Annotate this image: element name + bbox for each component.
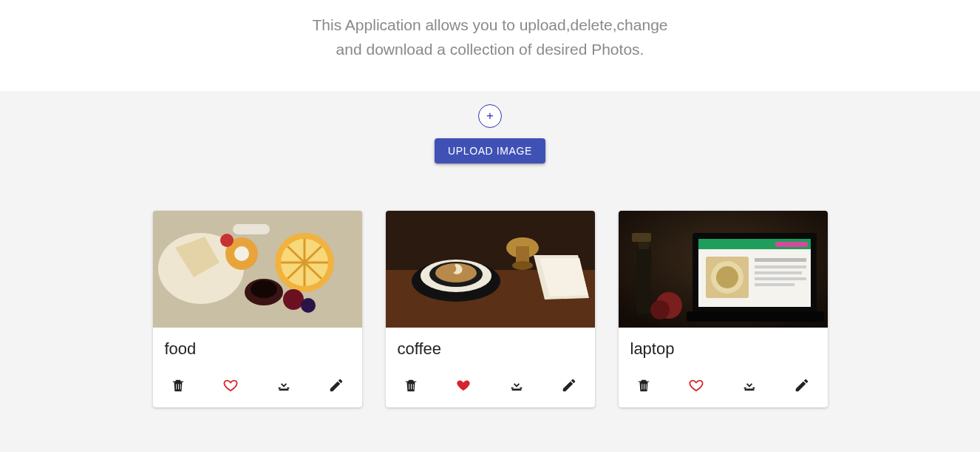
edit-button[interactable] (560, 376, 578, 394)
trash-icon (636, 377, 652, 393)
favorite-button[interactable] (455, 376, 472, 394)
svg-rect-35 (755, 283, 794, 286)
pencil-icon (328, 377, 344, 393)
edit-button[interactable] (793, 376, 811, 394)
svg-point-41 (650, 300, 670, 319)
upload-image-button[interactable]: UPLOAD IMAGE (435, 138, 545, 163)
add-image-button[interactable]: + (478, 104, 502, 128)
photo-card: coffee (386, 211, 595, 407)
pencil-icon (561, 377, 577, 393)
svg-point-11 (220, 234, 234, 247)
svg-rect-36 (687, 311, 824, 322)
svg-rect-32 (755, 265, 806, 268)
photo-card: food (153, 211, 362, 407)
card-title: food (153, 328, 362, 366)
svg-rect-39 (632, 233, 651, 242)
download-button[interactable] (741, 376, 758, 394)
svg-point-4 (234, 246, 249, 261)
card-image (619, 211, 828, 328)
svg-point-9 (283, 289, 304, 310)
svg-rect-34 (755, 277, 806, 280)
download-icon (508, 377, 525, 393)
card-image (386, 211, 595, 328)
svg-point-10 (301, 298, 316, 313)
svg-rect-31 (755, 258, 806, 262)
delete-button[interactable] (402, 376, 420, 394)
upload-button-label: UPLOAD IMAGE (448, 145, 532, 157)
favorite-button[interactable] (222, 376, 239, 394)
svg-point-30 (716, 266, 738, 288)
download-button[interactable] (508, 376, 525, 394)
svg-rect-12 (233, 224, 270, 234)
plus-icon: + (486, 109, 494, 123)
trash-icon (170, 377, 186, 393)
intro-line-1: This Application allows you to upload,de… (313, 16, 668, 33)
card-actions (619, 366, 828, 407)
photo-gallery: food (0, 211, 980, 407)
svg-point-22 (512, 261, 533, 270)
trash-icon (403, 377, 419, 393)
pencil-icon (794, 377, 810, 393)
download-icon (276, 377, 292, 393)
upload-zone: + UPLOAD IMAGE (0, 91, 980, 163)
delete-button[interactable] (169, 376, 187, 394)
card-title: coffee (386, 328, 595, 366)
delete-button[interactable] (635, 376, 653, 394)
card-image (153, 211, 362, 328)
heart-icon (688, 377, 704, 393)
app-description: This Application allows you to upload,de… (0, 0, 980, 91)
svg-rect-27 (775, 242, 808, 247)
card-actions (153, 366, 362, 407)
photo-card: laptop (619, 211, 828, 407)
intro-line-2: and download a collection of desired Pho… (336, 41, 644, 58)
download-icon (741, 377, 758, 393)
heart-icon (455, 377, 472, 393)
edit-button[interactable] (327, 376, 345, 394)
favorite-button[interactable] (687, 376, 705, 394)
svg-point-8 (251, 280, 277, 298)
download-button[interactable] (275, 376, 293, 394)
heart-icon (222, 377, 239, 393)
main-area: + UPLOAD IMAGE (0, 91, 980, 452)
card-actions (386, 366, 595, 407)
card-title: laptop (619, 328, 828, 366)
svg-rect-33 (755, 271, 802, 274)
svg-rect-37 (636, 245, 651, 314)
